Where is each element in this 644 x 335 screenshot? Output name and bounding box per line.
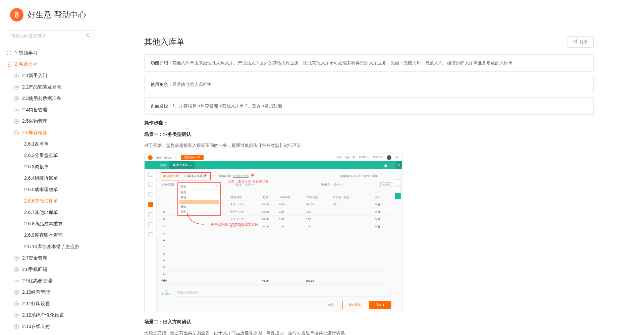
nav-label: 2.8手机旺铺 — [22, 267, 47, 273]
nav-label: 2.6.7其他出库单 — [24, 210, 58, 216]
scr-tab-other-inbound: 其他入库单 × — [169, 161, 195, 169]
nav-label: 2.6.2分量盘点单 — [24, 153, 58, 159]
role-box: 使用角色：通常由仓管人员维护 — [144, 76, 594, 93]
nav-cost-recalc[interactable]: 2.6.8商品成本重算 — [7, 218, 94, 230]
plus-icon — [14, 96, 19, 101]
plus-icon — [14, 256, 19, 261]
scr-body: 其他入库 其他入库退库 单据日期 2019-12-26 📅 入库、退货业务 在这… — [145, 169, 402, 312]
nav-label: 2.2产品安装及登录 — [22, 84, 61, 90]
nav-label: 2.6.5成本调整单 — [24, 187, 58, 193]
nav-online-payment[interactable]: 2.13在线支付 — [7, 321, 94, 332]
table-row: 5 — [161, 230, 391, 237]
search-icon[interactable] — [86, 33, 91, 39]
nav-label: 2.3使用前数据准备 — [22, 96, 61, 102]
nav-funds-mgmt[interactable]: 2.7资金管理 — [7, 253, 94, 264]
nav-label: 1.视频学习 — [15, 50, 38, 56]
scene2-title: 场景二：出入方向确认 — [144, 319, 594, 325]
nav-other-outbound[interactable]: 2.6.7其他出库单 — [7, 207, 94, 218]
svg-line-1 — [89, 36, 90, 37]
scr-radio-return: 其他入库退库 — [184, 174, 206, 178]
scr-rb-icon — [395, 179, 401, 185]
table-sum-row: 合计40.00100.00 — [161, 277, 391, 284]
nav-purchase-mgmt[interactable]: 2.5采购管理 — [7, 116, 94, 127]
scene1-title: 场景一：业务类型确认 — [144, 131, 594, 137]
role-text: 通常由仓管人员维护 — [172, 82, 212, 87]
nav-label: 2.6.3调拨单 — [24, 164, 49, 170]
nav-mobile-shop[interactable]: 2.8手机旺铺 — [7, 264, 94, 275]
search-input[interactable] — [7, 30, 94, 41]
nav-faq[interactable]: 2.14常见问题 — [7, 332, 94, 335]
table-row: 10 — [161, 264, 391, 270]
scr-filter-wh-label: *仓库 — [234, 182, 242, 187]
scr-topbar: TEST-H002 ▾ 我要换你一下 刷新 App下载 金币商店 帮助中心 CC — [145, 154, 402, 161]
scr-date: 单据日期 2019-12-26 📅 — [219, 174, 254, 178]
nav-video-learning[interactable]: 1.视频学习 — [7, 47, 94, 59]
scr-save-draft-btn: 保存草稿 — [342, 301, 367, 309]
nav-system-settings[interactable]: 2.12系统个性化设置 — [7, 310, 94, 321]
scr-dd-opt: 盘盈 — [179, 190, 219, 195]
scr-radio-inbound: 其他入库 — [163, 174, 179, 178]
scr-filter-handler-value: 经手人 — [333, 182, 342, 187]
scene2-text1: 无论是受赠，还是其他类型的业务，由于入库商品质量等原因，需要退回，这时可通过单据… — [144, 329, 594, 335]
radio-dot-icon — [163, 175, 166, 177]
nav-label: 2.6.9库存账本查询 — [24, 232, 63, 238]
share-button[interactable]: 分享 — [568, 36, 594, 48]
scr-tools: ⌨ 快捷键 ⚙ 设置 🕓 历史单据 — [359, 164, 399, 168]
nav-other-inbound[interactable]: 2.6.6其他入库单 — [7, 196, 94, 207]
nav-transfer[interactable]: 2.6.3调拨单 — [7, 161, 94, 173]
nav-help-docs[interactable]: 2.帮助文档 — [7, 59, 94, 70]
app-title: 好生意 帮助中心 — [28, 9, 86, 20]
nav-print-settings[interactable]: 2.11打印设置 — [7, 298, 94, 310]
path-label: 页面路径： — [151, 103, 172, 108]
scr-logo-icon — [148, 155, 153, 160]
nav-assemble[interactable]: 2.6.4组装拆卸单 — [7, 173, 94, 184]
nav-label: 2.6.4组装拆卸单 — [24, 175, 58, 181]
sum-amt: 100.00 — [305, 277, 332, 284]
nav-stocktake[interactable]: 2.6.1盘点单 — [7, 138, 94, 150]
scr-bill-value: JC-20191226-001 — [353, 174, 377, 178]
radio-dot-icon — [184, 175, 186, 177]
search-icon: Q 搜索 — [380, 182, 391, 187]
table-row: 11 — [161, 270, 391, 277]
nav-partial-stocktake[interactable]: 2.6.2分量盘点单 — [7, 150, 94, 161]
nav-install-login[interactable]: 2.2产品安装及登录 — [7, 81, 94, 93]
nav-label: 2.帮助文档 — [15, 61, 38, 67]
nav-getting-started[interactable]: 2.1新手入门 — [7, 70, 94, 81]
scr-bill-label: 单据编号 — [340, 174, 352, 178]
nav-label: 2.6.8商品成本重算 — [24, 221, 63, 227]
cell-amt: 0.00 — [305, 215, 332, 223]
scr-radio-label: 其他入库退库 — [187, 174, 206, 178]
table-row: 9 — [161, 257, 391, 264]
nav-ledger-error[interactable]: 2.6.10库存账本错了怎么办 — [7, 241, 94, 253]
plus-icon — [14, 119, 19, 124]
logo-icon — [10, 8, 23, 21]
nav-sales-mgmt[interactable]: 2.4销售管理 — [7, 104, 94, 116]
nav-label: 2.12系统个性化设置 — [22, 312, 64, 318]
nav-cost-adjust[interactable]: 2.6.5成本调整单 — [7, 184, 94, 196]
intro-text: 其他入库单用来处理除采购入库、产成品入库之外的其他入库业务，因此其他入库单可处理… — [172, 60, 513, 65]
memo-label-text: 备注信息 — [161, 292, 171, 296]
scr-date-label: 单据日期 — [219, 174, 231, 178]
cell-price: 0.00 — [278, 223, 305, 230]
scr-env: TEST-H002 — [155, 156, 171, 159]
arrow-icon — [204, 173, 220, 177]
scr-tool-label: 设置 — [377, 164, 382, 168]
nav-ledger-query[interactable]: 2.6.9库存账本查询 — [7, 230, 94, 241]
scr-filter-biz-label: *业务类型 — [161, 182, 174, 187]
plus-icon — [7, 51, 11, 55]
nav-coupon-mgmt[interactable]: 2.9优惠券管理 — [7, 275, 94, 287]
sidebar: 1.视频学习 2.帮助文档 2.1新手入门 2.2产品安装及登录 2.3使用前数… — [0, 30, 101, 335]
app-header: 好生意 帮助中心 — [0, 0, 644, 28]
scr-lb-icon — [148, 232, 153, 237]
scene1-text: 对于受赠、盘盈或是拆装入库等不同的业务，是通过单据头【业务类型】进行区分。 — [144, 142, 594, 149]
plus-icon — [14, 108, 19, 112]
nav-inventory-accounting[interactable]: 2.6库存核算 — [7, 127, 94, 138]
nav-label: 2.9优惠券管理 — [22, 278, 52, 284]
nav-data-prep[interactable]: 2.3使用前数据准备 — [7, 93, 94, 104]
nav-business-mgmt[interactable]: 2.10经营管理 — [7, 287, 94, 298]
arrow-icon — [184, 213, 211, 226]
nav-label: 2.1新手入门 — [22, 73, 47, 79]
scr-lb-icon-active — [148, 202, 153, 207]
scr-dd-opt-hl — [179, 200, 219, 204]
scr-dropdown-biz: 请选⌃ 盘盈 其他 赠收 拆装 — [177, 182, 221, 216]
